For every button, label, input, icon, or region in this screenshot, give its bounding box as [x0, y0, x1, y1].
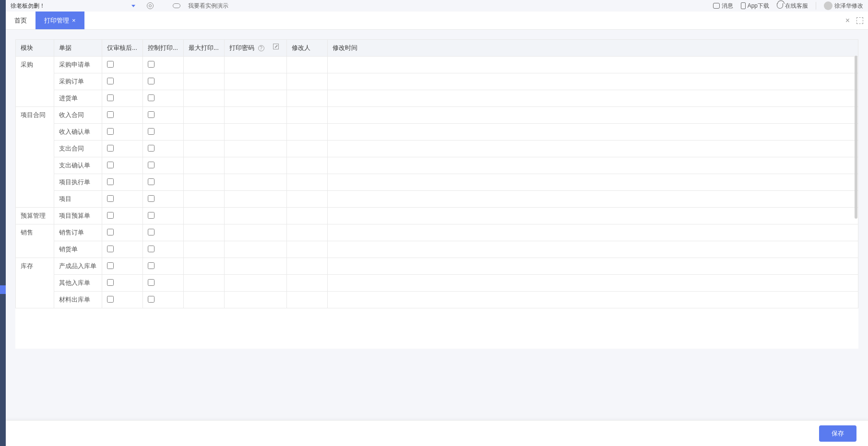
- table-header-row: 模块 单据 仅审核后... 控制打印... 最大打印... 打印密码 ? 修改人…: [16, 40, 858, 57]
- user-menu[interactable]: 徐泽华修改: [824, 1, 863, 10]
- cell-control-print: [143, 224, 184, 241]
- cell-print-password: [225, 258, 287, 275]
- cell-audit-only: [102, 174, 143, 191]
- header-module: 模块: [16, 40, 54, 57]
- cell-print-password: [225, 57, 287, 73]
- cell-modifier: [287, 174, 328, 191]
- cell-modifier: [287, 224, 328, 241]
- table-row: 收入确认单: [16, 124, 858, 141]
- cell-document: 项目执行单: [54, 174, 102, 191]
- checkbox-control-print[interactable]: [148, 296, 155, 303]
- checkbox-control-print[interactable]: [148, 212, 155, 219]
- cell-modify-time: [328, 241, 858, 258]
- cell-max-print: [184, 157, 225, 174]
- cell-modifier: [287, 292, 328, 308]
- cell-print-password: [225, 90, 287, 107]
- checkbox-control-print[interactable]: [148, 262, 155, 269]
- footer-bar: 保存: [6, 420, 868, 446]
- checkbox-audit-only[interactable]: [107, 94, 114, 101]
- cell-modify-time: [328, 275, 858, 292]
- checkbox-control-print[interactable]: [148, 128, 155, 135]
- sidebar-strip: [0, 0, 6, 446]
- cell-print-password: [225, 275, 287, 292]
- cell-print-password: [225, 174, 287, 191]
- cell-modify-time: [328, 292, 858, 308]
- cell-module: 库存: [16, 258, 54, 308]
- cell-modifier: [287, 275, 328, 292]
- cell-modifier: [287, 208, 328, 224]
- cell-modify-time: [328, 208, 858, 224]
- cell-modifier: [287, 90, 328, 107]
- cell-document: 项目: [54, 191, 102, 208]
- checkbox-control-print[interactable]: [148, 246, 155, 252]
- checkbox-audit-only[interactable]: [107, 296, 114, 303]
- checkbox-audit-only[interactable]: [107, 128, 114, 135]
- scrollbar[interactable]: [855, 56, 857, 219]
- online-service-link[interactable]: 在线客服: [777, 2, 808, 10]
- tab-print-manage[interactable]: 打印管理 ×: [36, 12, 84, 29]
- checkbox-audit-only[interactable]: [107, 229, 114, 235]
- gear-icon[interactable]: [147, 2, 154, 9]
- tab-home-label: 首页: [14, 16, 27, 25]
- checkbox-control-print[interactable]: [148, 279, 155, 286]
- checkbox-control-print[interactable]: [148, 178, 155, 185]
- cell-modify-time: [328, 107, 858, 124]
- phone-icon: [741, 2, 746, 9]
- cell-control-print: [143, 258, 184, 275]
- checkbox-audit-only[interactable]: [107, 279, 114, 286]
- tab-home[interactable]: 首页: [6, 12, 36, 29]
- checkbox-audit-only[interactable]: [107, 145, 114, 152]
- checkbox-audit-only[interactable]: [107, 212, 114, 219]
- chevron-down-icon[interactable]: [131, 5, 135, 7]
- checkbox-audit-only[interactable]: [107, 178, 114, 185]
- checkbox-control-print[interactable]: [148, 229, 155, 235]
- checkbox-control-print[interactable]: [148, 162, 155, 168]
- checkbox-audit-only[interactable]: [107, 78, 114, 84]
- message-icon: [713, 3, 720, 9]
- org-selector-text[interactable]: 徐老板勿删！: [11, 2, 45, 10]
- cell-control-print: [143, 241, 184, 258]
- cell-modify-time: [328, 174, 858, 191]
- topbar-left: 徐老板勿删！ 我要看实例演示: [11, 2, 228, 10]
- cell-print-password: [225, 224, 287, 241]
- close-icon[interactable]: ×: [72, 17, 76, 24]
- checkbox-audit-only[interactable]: [107, 195, 114, 202]
- help-icon[interactable]: ?: [258, 45, 264, 51]
- checkbox-audit-only[interactable]: [107, 262, 114, 269]
- cell-modify-time: [328, 157, 858, 174]
- demo-link[interactable]: 我要看实例演示: [188, 2, 228, 10]
- cell-control-print: [143, 174, 184, 191]
- checkbox-control-print[interactable]: [148, 61, 155, 68]
- cell-print-password: [225, 124, 287, 141]
- checkbox-control-print[interactable]: [148, 145, 155, 152]
- cell-print-password: [225, 208, 287, 224]
- checkbox-audit-only[interactable]: [107, 61, 114, 68]
- cell-modify-time: [328, 141, 858, 157]
- checkbox-control-print[interactable]: [148, 111, 155, 118]
- cell-modify-time: [328, 57, 858, 73]
- cell-modifier: [287, 141, 328, 157]
- cell-print-password: [225, 241, 287, 258]
- close-all-icon[interactable]: ×: [845, 16, 850, 25]
- cell-module: 预算管理: [16, 208, 54, 224]
- checkbox-control-print[interactable]: [148, 78, 155, 84]
- print-settings-table: 模块 单据 仅审核后... 控制打印... 最大打印... 打印密码 ? 修改人…: [15, 39, 858, 308]
- messages-link[interactable]: 消息: [713, 2, 733, 10]
- app-download-link[interactable]: App下载: [741, 2, 769, 10]
- table-container: 模块 单据 仅审核后... 控制打印... 最大打印... 打印密码 ? 修改人…: [15, 39, 858, 349]
- topbar-right: 消息 App下载 在线客服 徐泽华修改: [713, 1, 863, 10]
- cell-control-print: [143, 141, 184, 157]
- edit-icon[interactable]: [273, 44, 279, 49]
- checkbox-audit-only[interactable]: [107, 246, 114, 252]
- checkbox-audit-only[interactable]: [107, 162, 114, 168]
- fullscreen-icon[interactable]: [856, 17, 863, 24]
- checkbox-control-print[interactable]: [148, 195, 155, 202]
- checkbox-control-print[interactable]: [148, 94, 155, 101]
- cell-control-print: [143, 107, 184, 124]
- checkbox-audit-only[interactable]: [107, 111, 114, 118]
- cell-modify-time: [328, 191, 858, 208]
- cell-max-print: [184, 57, 225, 73]
- header-print-password-label: 打印密码: [229, 44, 254, 51]
- cell-print-password: [225, 157, 287, 174]
- save-button[interactable]: 保存: [819, 425, 856, 442]
